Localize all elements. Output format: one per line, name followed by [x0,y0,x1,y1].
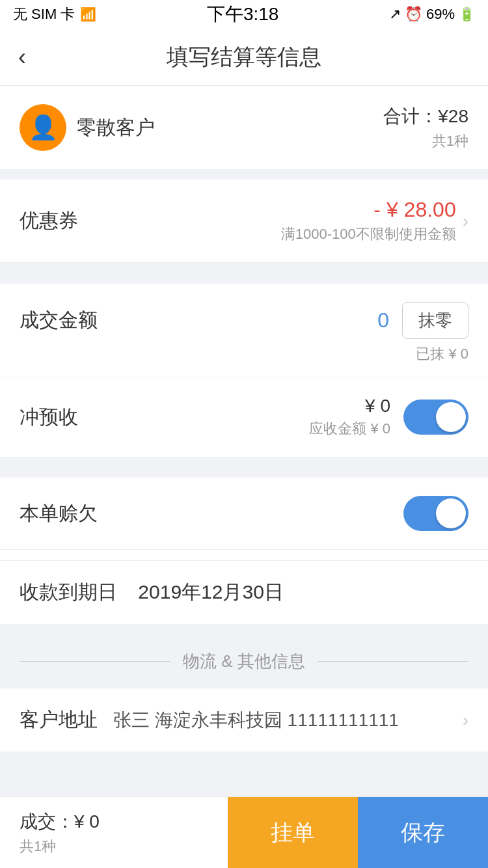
address-chevron-icon: › [463,710,468,731]
customer-row: 👤 零散客户 合计：¥28 共1种 [0,86,488,169]
location-icon: ↗ [389,6,401,23]
status-time: 下午3:18 [207,2,279,27]
page-title: 填写结算等信息 [167,42,321,72]
deal-amount-section: 成交金额 0 抹零 已抹 ¥ 0 [0,284,488,377]
deal-prepay-card: 成交金额 0 抹零 已抹 ¥ 0 冲预收 ¥ 0 应收金额 ¥ 0 [0,284,488,457]
wifi-icon: 📶 [80,7,96,22]
credit-row: 本单赊欠 [20,496,468,531]
bottom-info: 成交：¥ 0 共1种 [0,809,228,856]
bottom-deal-amount: 成交：¥ 0 [20,809,208,834]
section-separator-2 [0,467,488,478]
due-date-label: 收款到期日 [20,581,117,603]
deal-amount-label: 成交金额 [20,307,98,334]
section-separator-1 [0,273,488,284]
status-left: 无 SIM 卡 📶 [13,5,96,24]
address-label: 客户地址 [20,707,98,733]
section-separator-3 [0,624,488,634]
status-bar: 无 SIM 卡 📶 下午3:18 ↗ ⏰ 69% 🔋 [0,0,488,29]
bottom-count: 共1种 [20,837,208,856]
prepay-label: 冲预收 [20,404,78,431]
prepay-sub: 应收金额 ¥ 0 [309,419,390,439]
hold-button[interactable]: 挂单 [228,797,358,869]
prepay-amount: ¥ 0 [309,396,390,416]
due-date-value: 2019年12月30日 [138,581,283,603]
deal-sub-text: 已抹 ¥ 0 [20,344,468,364]
bottom-deal-label: 成交： [20,811,74,832]
coupon-right: - ¥ 28.00 满1000-100不限制使用金额 › [281,198,468,244]
bottom-bar: 成交：¥ 0 共1种 挂单 保存 [0,796,488,868]
customer-count: 共1种 [383,131,468,151]
prepay-values: ¥ 0 应收金额 ¥ 0 [309,396,390,439]
alarm-icon: ⏰ [405,6,422,23]
prepay-right: ¥ 0 应收金额 ¥ 0 [309,396,468,439]
avatar: 👤 [20,104,66,151]
coupon-label: 优惠券 [20,208,78,234]
address-row[interactable]: 客户地址 张三 海淀永丰科技园 11111111111 › [0,688,488,752]
back-button[interactable]: ‹ [18,44,26,71]
credit-label: 本单赊欠 [20,500,98,527]
status-right: ↗ ⏰ 69% 🔋 [389,6,475,23]
battery-text: 69% [426,6,455,23]
due-date-row: 收款到期日 2019年12月30日 [0,560,488,624]
divider-line-left [20,661,170,662]
logistics-divider: 物流 & 其他信息 [0,634,488,688]
deal-right: 0 抹零 [377,302,468,339]
prepay-toggle[interactable] [403,400,468,435]
logistics-divider-text: 物流 & 其他信息 [183,650,305,673]
address-value: 张三 海淀永丰科技园 11111111111 [113,708,463,733]
customer-left: 👤 零散客户 [20,104,155,151]
round-zero-button[interactable]: 抹零 [402,302,468,339]
content: 👤 零散客户 合计：¥28 共1种 优惠券 - ¥ 28.00 满1000-10… [0,86,488,868]
coupon-row[interactable]: 优惠券 - ¥ 28.00 满1000-100不限制使用金额 › [0,180,488,263]
prepay-row: 冲预收 ¥ 0 应收金额 ¥ 0 [0,377,488,457]
customer-total: 合计：¥28 [383,104,468,129]
save-button[interactable]: 保存 [358,797,488,869]
battery-icon: 🔋 [459,7,475,22]
no-sim-text: 无 SIM 卡 [13,5,75,24]
credit-toggle[interactable] [403,496,468,531]
coupon-amount: - ¥ 28.00 [281,198,456,222]
deal-row: 成交金额 0 抹零 [20,302,468,339]
divider-line-right [318,661,468,662]
coupon-values: - ¥ 28.00 满1000-100不限制使用金额 [281,198,456,244]
customer-card: 👤 零散客户 合计：¥28 共1种 [0,86,488,169]
credit-card: 本单赊欠 收款到期日 2019年12月30日 [0,478,488,624]
coupon-card[interactable]: 优惠券 - ¥ 28.00 满1000-100不限制使用金额 › [0,180,488,263]
coupon-chevron-icon: › [463,211,468,232]
deal-value: 0 [377,308,389,332]
coupon-desc: 满1000-100不限制使用金额 [281,224,456,244]
avatar-icon: 👤 [29,114,58,141]
credit-section: 本单赊欠 [0,478,488,550]
bottom-deal-value: ¥ 0 [74,811,100,832]
address-card[interactable]: 客户地址 张三 海淀永丰科技园 11111111111 › [0,688,488,752]
customer-name: 零散客户 [77,115,155,141]
nav-bar: ‹ 填写结算等信息 [0,29,488,86]
customer-right: 合计：¥28 共1种 [383,104,468,151]
